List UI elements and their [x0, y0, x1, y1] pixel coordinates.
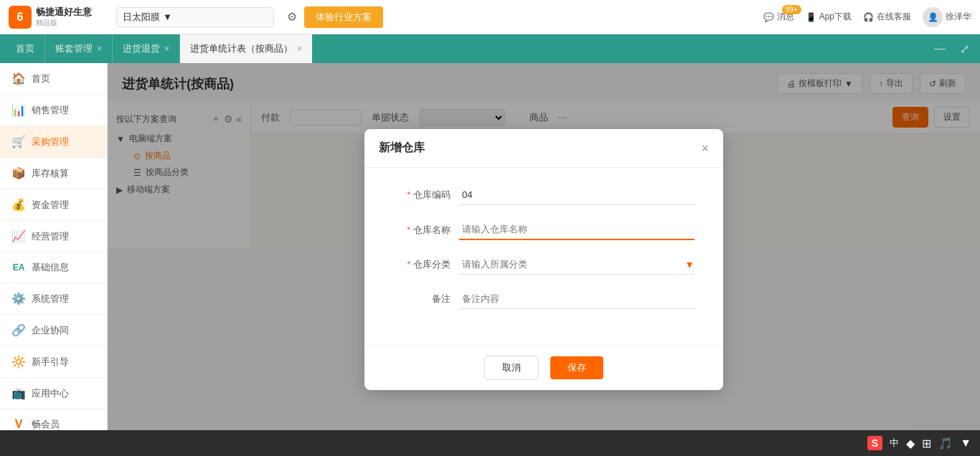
- new-warehouse-dialog: 新增仓库 × 仓库编码 仓库名称 仓库分类: [364, 129, 723, 390]
- category-dropdown-icon: ▼: [684, 259, 694, 270]
- sidebar-item-enterprise[interactable]: 🔗 企业协同: [0, 315, 107, 346]
- tab-purchase-stats-close-icon[interactable]: ×: [297, 44, 302, 54]
- sidebar-enterprise-label: 企业协同: [32, 324, 69, 337]
- operation-icon: 📈: [11, 229, 26, 243]
- enterprise-icon: 🔗: [11, 323, 26, 337]
- sidebar-item-guide[interactable]: 🔆 新手引导: [0, 346, 107, 378]
- s-logo: S: [867, 436, 882, 450]
- sidebar-finance-label: 资金管理: [32, 199, 69, 212]
- main-layout: 🏠 首页 📊 销售管理 🛒 采购管理 📦 库存核算 💰 资金管理 📈 经营管理 …: [0, 63, 980, 456]
- bottom-bar: S 中 ◆ ⊞ 🎵 ▼: [0, 430, 980, 456]
- tab-purchase-return-close-icon[interactable]: ×: [164, 44, 169, 54]
- sidebar-system-label: 系统管理: [32, 293, 69, 305]
- dialog-footer: 取消 保存: [364, 345, 723, 390]
- purchase-icon: 🛒: [11, 135, 26, 148]
- bottom-music-icon[interactable]: 🎵: [938, 437, 953, 450]
- dialog-title: 新增仓库: [379, 141, 425, 156]
- category-label: 仓库分类: [393, 258, 451, 271]
- save-button[interactable]: 保存: [550, 356, 603, 379]
- dialog-body: 仓库编码 仓库名称 仓库分类 ▼: [364, 168, 723, 345]
- modal-overlay[interactable]: 新增仓库 × 仓库编码 仓库名称 仓库分类: [108, 63, 980, 456]
- app-download-item[interactable]: 📱 App下载: [806, 11, 852, 23]
- try-industry-button[interactable]: 体验行业方案: [304, 6, 383, 28]
- home-icon: 🏠: [11, 72, 26, 85]
- bottom-zhong-label[interactable]: 中: [890, 437, 899, 450]
- tab-account[interactable]: 账套管理 ×: [45, 34, 113, 63]
- sidebar-item-inventory[interactable]: 📦 库存核算: [0, 158, 107, 189]
- finance-icon: 💰: [11, 198, 26, 212]
- tab-account-close-icon[interactable]: ×: [97, 44, 102, 54]
- remark-label: 备注: [393, 293, 451, 305]
- form-row-category: 仓库分类 ▼: [393, 255, 694, 275]
- sidebar: 🏠 首页 📊 销售管理 🛒 采购管理 📦 库存核算 💰 资金管理 📈 经营管理 …: [0, 63, 108, 456]
- bottom-diamond-icon[interactable]: ◆: [906, 437, 915, 450]
- sidebar-guide-label: 新手引导: [32, 356, 69, 369]
- online-service-label: 在线客服: [877, 11, 911, 23]
- name-label: 仓库名称: [393, 224, 451, 237]
- tabs-bar: 首页 账套管理 × 进货退货 × 进货单统计表（按商品） × — ⤢: [0, 34, 980, 63]
- sidebar-inventory-label: 库存核算: [32, 167, 69, 180]
- message-item[interactable]: 💬 消息 99+: [763, 11, 794, 23]
- logo-area: 6 畅捷通好生意 精品版: [9, 6, 116, 29]
- cancel-button[interactable]: 取消: [484, 356, 539, 380]
- inventory-icon: 📦: [11, 166, 26, 180]
- category-wrapper[interactable]: ▼: [459, 255, 694, 275]
- form-row-remark: 备注: [393, 289, 694, 309]
- logo-text: 畅捷通好生意 精品版: [36, 6, 92, 28]
- username-label: 徐泽华: [946, 11, 971, 23]
- search-arrow-icon: ▼: [163, 11, 172, 22]
- settings-icon[interactable]: ⚙: [287, 10, 297, 24]
- online-service-item[interactable]: 🎧 在线客服: [863, 11, 911, 23]
- sales-icon: 📊: [11, 103, 26, 117]
- avatar: 👤: [923, 7, 943, 27]
- basic-info-icon: EA: [11, 262, 26, 272]
- app-download-label: App下载: [819, 11, 852, 23]
- form-row-code: 仓库编码: [393, 185, 694, 205]
- tab-account-label: 账套管理: [55, 42, 93, 55]
- sidebar-operation-label: 经营管理: [32, 230, 69, 243]
- member-icon: V: [11, 418, 26, 431]
- sidebar-app-label: 应用中心: [32, 387, 69, 400]
- sidebar-item-operation[interactable]: 📈 经营管理: [0, 221, 107, 252]
- tabs-minimize-icon[interactable]: —: [930, 39, 950, 59]
- sidebar-item-app[interactable]: 📺 应用中心: [0, 378, 107, 409]
- name-input[interactable]: [459, 219, 694, 240]
- tab-purchase-return-label: 进货退货: [123, 42, 160, 55]
- top-header: 6 畅捷通好生意 精品版 日太阳膜 ▼ ⚙ 体验行业方案 💬 消息 99+ 📱 …: [0, 0, 980, 34]
- tab-purchase-return[interactable]: 进货退货 ×: [113, 34, 180, 63]
- bottom-grid-icon[interactable]: ⊞: [922, 437, 931, 450]
- sidebar-item-home[interactable]: 🏠 首页: [0, 63, 107, 95]
- bottom-arrow-icon[interactable]: ▼: [960, 437, 971, 450]
- dialog-header: 新增仓库 ×: [364, 129, 723, 168]
- tab-purchase-stats-label: 进货单统计表（按商品）: [190, 42, 293, 55]
- sidebar-purchase-label: 采购管理: [32, 136, 69, 148]
- content-area: 进货单统计(按商品) 🖨 按模板打印 ▼ ↑ 导出 ↺ 刷新: [108, 63, 980, 456]
- user-item[interactable]: 👤 徐泽华: [923, 7, 971, 27]
- category-input[interactable]: [459, 255, 682, 274]
- message-icon: 💬: [763, 12, 774, 22]
- message-badge: 99+: [782, 5, 801, 14]
- code-input[interactable]: [459, 185, 694, 205]
- phone-icon: 📱: [806, 12, 816, 22]
- headset-icon: 🎧: [863, 12, 874, 22]
- sidebar-item-basic-info[interactable]: EA 基础信息: [0, 252, 107, 283]
- code-label: 仓库编码: [393, 189, 451, 201]
- tab-home[interactable]: 首页: [6, 34, 45, 63]
- remark-input[interactable]: [459, 289, 694, 309]
- tabs-expand-icon[interactable]: ⤢: [954, 39, 974, 59]
- sidebar-member-label: 畅会员: [32, 418, 60, 431]
- sidebar-item-purchase[interactable]: 🛒 采购管理: [0, 126, 107, 158]
- sidebar-item-finance[interactable]: 💰 资金管理: [0, 189, 107, 221]
- sidebar-home-label: 首页: [32, 72, 50, 85]
- guide-icon: 🔆: [11, 355, 26, 369]
- dialog-close-button[interactable]: ×: [701, 142, 709, 155]
- sidebar-item-sales[interactable]: 📊 销售管理: [0, 95, 107, 126]
- sidebar-item-system[interactable]: ⚙️ 系统管理: [0, 283, 107, 315]
- header-search-box[interactable]: 日太阳膜 ▼: [116, 7, 274, 27]
- header-right: 💬 消息 99+ 📱 App下载 🎧 在线客服 👤 徐泽华: [763, 7, 971, 27]
- sidebar-basic-info-label: 基础信息: [32, 261, 69, 274]
- tab-purchase-stats[interactable]: 进货单统计表（按商品） ×: [180, 34, 312, 63]
- search-value: 日太阳膜: [123, 11, 160, 24]
- sidebar-sales-label: 销售管理: [32, 104, 69, 117]
- form-row-name: 仓库名称: [393, 219, 694, 240]
